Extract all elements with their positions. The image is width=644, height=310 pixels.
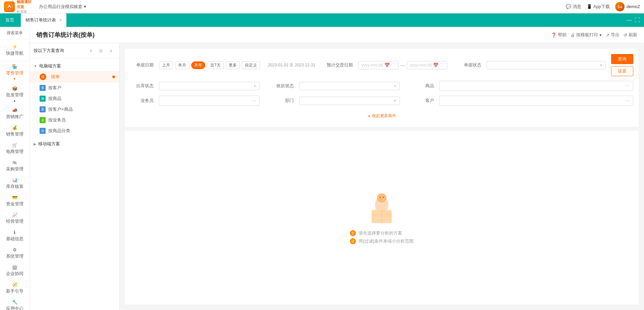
product-dropdown[interactable]: ··· (439, 81, 633, 91)
sidebar-search[interactable]: 搜索菜单 (0, 27, 29, 40)
tab-maximize-button[interactable]: ⛶ (635, 17, 640, 23)
help-icon: ❓ (551, 33, 556, 38)
ecommerce-icon: 🛒 (12, 143, 17, 148)
scheme-label-by-customer-product: 按客户+商品 (48, 106, 73, 112)
product-ellipsis[interactable]: ··· (625, 83, 630, 89)
user-area[interactable]: Ea demo2 (615, 2, 640, 11)
operations-icon: 📈 (12, 212, 17, 217)
sidebar-item-wholesale[interactable]: 📦 批发管理 ▲ (0, 83, 29, 105)
message-button[interactable]: 💬 消息 (566, 4, 581, 10)
ecommerce-label: 电商管理 (6, 149, 23, 155)
sidebar-item-quicknav[interactable]: ⚡ 快捷导航 (0, 42, 29, 59)
tip-text-1: 请先选择要分析的方案 (359, 230, 402, 236)
settings-button[interactable]: 设置 (611, 66, 633, 76)
salesperson-ellipsis[interactable]: ··· (252, 98, 256, 104)
basic-icon: ℹ (14, 230, 15, 235)
logo-area: 畅捷通好生意 标准版 (4, 0, 34, 14)
mobile-group-arrow: ▶ (34, 142, 36, 146)
department-arrow: ▾ (394, 99, 396, 103)
sidebar-item-retail[interactable]: 🏪 零售管理 ▼ (0, 61, 29, 83)
sidebar-item-operations[interactable]: 📈 经营管理 (0, 210, 29, 227)
customer-ellipsis[interactable]: ··· (625, 98, 630, 104)
sidebar-item-basic[interactable]: ℹ 基础信息 (0, 227, 29, 245)
scheme-icon-by-salesperson: 业 (40, 117, 46, 123)
print-button[interactable]: 🖨 按模板打印 ▾ (571, 32, 602, 38)
customer-dropdown[interactable]: ··· (439, 96, 633, 106)
date-btn-more[interactable]: 更多 (226, 61, 240, 69)
svg-point-0 (6, 3, 13, 10)
tab-minimize-button[interactable]: — (627, 17, 632, 23)
app-selector[interactable]: 办公用品行业模拟账套 ▾ (36, 2, 89, 11)
sidebar-item-appcenter[interactable]: 🔧 应用中心 (0, 297, 29, 310)
page-title: 销售订单统计表(按单) (36, 31, 95, 43)
tab-sales-stat[interactable]: 销售订单统计表 × (21, 13, 66, 27)
retail-label: 零售管理 (6, 70, 23, 76)
tab-close-icon[interactable]: × (59, 18, 62, 22)
date-btn-this-month[interactable]: 本月 (175, 61, 189, 69)
receipt-status-dropdown[interactable]: ▾ (299, 82, 400, 90)
doc-status-dropdown[interactable]: ▾ (487, 61, 606, 69)
tab-home[interactable]: 首页 (0, 13, 19, 27)
app-download-button[interactable]: 📱 App下载 (587, 4, 610, 10)
department-dropdown[interactable]: ▾ (299, 97, 400, 105)
expected-date-start-input[interactable]: yyyy-mm-dd 📅 (358, 61, 398, 69)
left-panel: 按以下方案查询 + ⊙ « ▼ 电脑端方案 (30, 43, 119, 310)
sidebar-search-label[interactable]: 搜索菜单 (7, 31, 23, 35)
out-status-dropdown[interactable]: ▾ (159, 82, 260, 90)
scheme-item-by-order[interactable]: 按 按单 (30, 71, 119, 83)
enterprise-icon: 🏢 (12, 265, 17, 270)
sidebar-item-enterprise[interactable]: 🏢 企业协同 (0, 262, 29, 279)
sidebar-item-sales[interactable]: 💰 销售管理 (0, 122, 29, 140)
scheme-item-by-customer[interactable]: 客 按客户 (30, 83, 119, 93)
logo-icon (4, 1, 15, 12)
query-button[interactable]: 查询 (611, 54, 633, 64)
sidebar-item-ecommerce[interactable]: 🛒 电商管理 (0, 140, 29, 157)
add-scheme-button[interactable]: + (87, 47, 95, 55)
empty-state: ① 请先选择要分析的方案 ② 用[过滤]条件来缩小分析范围 (125, 131, 639, 305)
purchase-label: 采购管理 (6, 166, 23, 172)
finance-icon: 💳 (12, 195, 17, 200)
salesperson-dropdown[interactable]: ··· (159, 96, 260, 106)
pc-scheme-group-header[interactable]: ▼ 电脑端方案 (30, 61, 119, 71)
help-button[interactable]: ❓ 帮助 (551, 32, 567, 38)
date-btn-custom[interactable]: 自定义 (242, 61, 260, 69)
export-button[interactable]: ↗ 导出 (606, 32, 620, 38)
date-btn-last-month[interactable]: 上月 (159, 61, 173, 69)
empty-svg (362, 191, 402, 225)
scheme-item-by-customer-product[interactable]: 客 按客户+商品 (30, 104, 119, 115)
sales-label: 销售管理 (6, 131, 23, 137)
sidebar-item-system[interactable]: ⚙ 系统管理 (0, 245, 29, 262)
empty-tips: ① 请先选择要分析的方案 ② 用[过滤]条件来缩小分析范围 (350, 230, 413, 244)
sidebar-item-inventory[interactable]: 📊 库存核算 (0, 175, 29, 192)
main-layout: 搜索菜单 ⚡ 快捷导航 🏪 零售管理 ▼ 📦 批发管理 ▲ 📣 营销推广 (0, 27, 644, 310)
refresh-button[interactable]: ↺ 刷新 (624, 32, 637, 38)
topbar: 畅捷通好生意 标准版 办公用品行业模拟账套 ▾ 💬 消息 📱 App下载 Ea … (0, 0, 644, 13)
pc-group-label: 电脑端方案 (39, 63, 61, 69)
collapse-bar[interactable]: ∧ 收起更多条件 (130, 110, 633, 121)
date-btn-this-year[interactable]: 本年 (191, 61, 205, 69)
scheme-icon-by-customer-product: 客 (40, 106, 46, 112)
sidebar-item-purchase[interactable]: 🛍 采购管理 (0, 157, 29, 175)
edit-scheme-button[interactable]: ⊙ (97, 47, 105, 55)
scheme-item-by-salesperson[interactable]: 业 按业务员 (30, 115, 119, 125)
app-selector-label: 办公用品行业模拟账套 (39, 4, 83, 10)
sidebar-item-newguide[interactable]: 🧭 新手引导 (0, 279, 29, 297)
empty-tip-1: ① 请先选择要分析的方案 (350, 230, 413, 236)
mobile-scheme-group-header[interactable]: ▶ 移动端方案 (30, 139, 119, 149)
expected-date-end-input[interactable]: yyyy-mm-dd 📅 (407, 61, 447, 69)
doc-status-label: 单据状态 (458, 62, 481, 68)
sidebar-item-finance[interactable]: 💳 资金管理 (0, 192, 29, 210)
quicknav-label: 快捷导航 (6, 50, 23, 56)
date-btn-last7days[interactable]: 近7天 (207, 61, 224, 69)
scheme-item-by-product[interactable]: 商 按商品 (30, 93, 119, 104)
doc-date-label: 单据日期 (130, 62, 154, 68)
topbar-actions: 💬 消息 📱 App下载 Ea demo2 (566, 2, 640, 11)
operations-label: 经营管理 (6, 218, 23, 224)
date-range-text: 2023-01-01 至 2023-12-31 (268, 62, 315, 68)
scheme-label-by-category: 按商品分类 (48, 128, 70, 134)
tip-number-2: ② (350, 238, 356, 244)
sidebar-item-marketing[interactable]: 📣 营销推广 (0, 105, 29, 122)
product-label: 商品 (411, 83, 434, 89)
collapse-panel-button[interactable]: « (107, 47, 115, 55)
scheme-item-by-category[interactable]: 分 按商品分类 (30, 125, 119, 136)
